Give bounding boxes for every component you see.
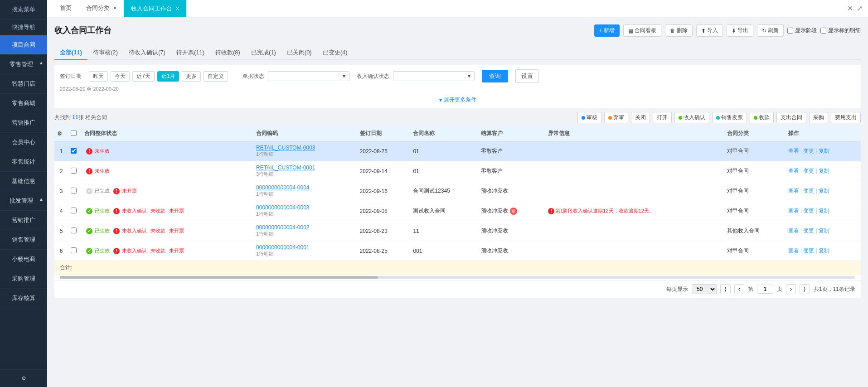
sidebar-item-营销推广[interactable]: 营销推广 bbox=[0, 113, 47, 133]
sidebar-item-批发管理[interactable]: 批发管理▲ bbox=[0, 191, 47, 211]
action-btn-销售发票[interactable]: 销售发票 bbox=[712, 112, 747, 123]
maximize-window-icon[interactable]: ⤢ bbox=[857, 4, 863, 13]
edit-link[interactable]: 变更 bbox=[803, 247, 814, 254]
add-button[interactable]: + 新增 bbox=[594, 24, 620, 37]
edit-link[interactable]: 变更 bbox=[803, 208, 814, 214]
contract-code-link[interactable]: RETAIL_CUSTOM-0001 bbox=[256, 164, 315, 171]
action-btn-收款[interactable]: 收款 bbox=[750, 112, 774, 123]
copy-link[interactable]: 复制 bbox=[819, 247, 829, 254]
contract-code-link[interactable]: 0000000000004-0002 bbox=[256, 224, 309, 231]
per-page-select[interactable]: 50 20 100 bbox=[692, 284, 717, 294]
contract-code-link[interactable]: RETAIL_CUSTOM-0003 bbox=[256, 145, 315, 151]
copy-link[interactable]: 复制 bbox=[819, 148, 829, 154]
sidebar-quick-nav[interactable]: 快捷导航 bbox=[0, 19, 47, 35]
action-btn-采购[interactable]: 采购 bbox=[809, 112, 828, 123]
action-btn-支出合同[interactable]: 支出合同 bbox=[776, 112, 806, 123]
sidebar-item-项目合同[interactable]: 项目合同 bbox=[0, 35, 47, 55]
view-link[interactable]: 查看 bbox=[788, 208, 799, 214]
action-btn-审核[interactable]: 审核 bbox=[577, 112, 601, 123]
tab-首页[interactable]: 首页 bbox=[53, 0, 79, 17]
sidebar-item-库存核算[interactable]: 库存核算 bbox=[0, 289, 47, 308]
sidebar-item-零售商城[interactable]: 零售商城 bbox=[0, 94, 47, 113]
tab-合同分类[interactable]: 合同分类× bbox=[79, 0, 124, 17]
date-filter-btn-今天[interactable]: 今天 bbox=[111, 71, 130, 82]
refresh-button[interactable]: ↻ 刷新 bbox=[757, 24, 784, 37]
sidebar-item-零售管理[interactable]: 零售管理▲ bbox=[0, 55, 47, 74]
edit-link[interactable]: 变更 bbox=[803, 148, 814, 154]
next-page-button[interactable]: › bbox=[786, 284, 796, 294]
col-checkbox[interactable] bbox=[68, 126, 82, 141]
col-settings[interactable]: ⚙ bbox=[54, 126, 68, 141]
row-checkbox[interactable] bbox=[68, 201, 82, 221]
subtab-待收入确认(7)[interactable]: 待收入确认(7) bbox=[123, 46, 171, 60]
date-filter-btn-更多[interactable]: 更多 bbox=[182, 71, 201, 82]
sidebar-item-会员中心[interactable]: 会员中心 bbox=[0, 133, 47, 152]
export-button[interactable]: ⬇ 导出 bbox=[727, 24, 753, 37]
prev-page-button[interactable]: ‹ bbox=[734, 284, 744, 294]
subtab-待审核(2)[interactable]: 待审核(2) bbox=[87, 46, 123, 60]
row-checkbox[interactable] bbox=[68, 241, 82, 261]
subtab-待开票(11)[interactable]: 待开票(11) bbox=[171, 46, 210, 60]
expand-filter-button[interactable]: ▾ 展开更多条件 bbox=[439, 96, 476, 104]
row-checkbox[interactable] bbox=[68, 161, 82, 181]
edit-link[interactable]: 变更 bbox=[803, 168, 814, 174]
sidebar-item-智慧门店[interactable]: 智慧门店 bbox=[0, 74, 47, 94]
sidebar-item-基础信息[interactable]: 基础信息 bbox=[0, 172, 47, 191]
first-page-button[interactable]: ⟨ bbox=[720, 284, 731, 294]
date-filter-btn-近1月[interactable]: 近1月 bbox=[157, 71, 179, 82]
subtab-已关闭(0)[interactable]: 已关闭(0) bbox=[281, 46, 317, 60]
sidebar-item-零售统计[interactable]: 零售统计 bbox=[0, 152, 47, 172]
doc-status-select[interactable]: ▾ bbox=[268, 71, 349, 81]
close-tab-icon[interactable]: × bbox=[113, 5, 116, 11]
copy-link[interactable]: 复制 bbox=[819, 208, 829, 214]
contract-board-button[interactable]: ▦ 合同看板 bbox=[623, 24, 661, 37]
view-link[interactable]: 查看 bbox=[788, 227, 799, 234]
show-labels-checkbox[interactable]: 显示标的明细 bbox=[820, 27, 861, 34]
action-btn-收入确认[interactable]: 收入确认 bbox=[674, 112, 709, 123]
contract-code-link[interactable]: 0000000000004-0001 bbox=[256, 244, 309, 251]
row-checkbox[interactable] bbox=[68, 221, 82, 241]
copy-link[interactable]: 复制 bbox=[819, 188, 829, 194]
sidebar-item-营销推广[interactable]: 营销推广 bbox=[0, 211, 47, 230]
date-filter-btn-昨天[interactable]: 昨天 bbox=[89, 71, 108, 82]
date-filter-btn-近7天[interactable]: 近7天 bbox=[132, 71, 155, 82]
view-link[interactable]: 查看 bbox=[788, 188, 799, 194]
action-btn-打开[interactable]: 打开 bbox=[653, 112, 672, 123]
delete-button[interactable]: 🗑 删除 bbox=[665, 24, 693, 37]
action-btn-费用支出[interactable]: 费用支出 bbox=[831, 112, 861, 123]
subtab-待收款(8)[interactable]: 待收款(8) bbox=[210, 46, 246, 60]
tab-收入合同工作台[interactable]: 收入合同工作台× bbox=[124, 0, 186, 17]
sidebar-item-采购管理[interactable]: 采购管理 bbox=[0, 269, 47, 289]
view-link[interactable]: 查看 bbox=[788, 168, 799, 174]
contract-board-icon: ▦ bbox=[628, 28, 633, 34]
row-checkbox[interactable] bbox=[68, 141, 82, 161]
edit-link[interactable]: 变更 bbox=[803, 227, 814, 234]
action-btn-关闭[interactable]: 关闭 bbox=[631, 112, 650, 123]
edit-link[interactable]: 变更 bbox=[803, 188, 814, 194]
show-stages-checkbox[interactable]: 显示阶段 bbox=[787, 27, 817, 34]
row-checkbox[interactable] bbox=[68, 181, 82, 201]
subtab-已完成(1)[interactable]: 已完成(1) bbox=[246, 46, 281, 60]
contract-code-link[interactable]: 0000000000004-0003 bbox=[256, 204, 309, 211]
date-filter-btn-自定义[interactable]: 自定义 bbox=[204, 71, 228, 82]
setting-button[interactable]: 设置 bbox=[515, 69, 539, 83]
subtab-已变更(4)[interactable]: 已变更(4) bbox=[317, 46, 353, 60]
copy-link[interactable]: 复制 bbox=[819, 227, 829, 234]
close-tab-icon[interactable]: × bbox=[176, 5, 179, 12]
sidebar-item-销售管理[interactable]: 销售管理 bbox=[0, 230, 47, 250]
view-link[interactable]: 查看 bbox=[788, 247, 799, 254]
page-input[interactable] bbox=[757, 285, 773, 294]
sidebar-settings[interactable]: ⚙ bbox=[0, 369, 47, 387]
action-btn-弃审[interactable]: 弃审 bbox=[604, 112, 628, 123]
confirm-status-select[interactable]: ▾ bbox=[393, 71, 475, 81]
import-button[interactable]: ⬆ 导入 bbox=[696, 24, 723, 37]
close-window-icon[interactable]: ✕ bbox=[847, 4, 853, 13]
copy-link[interactable]: 复制 bbox=[819, 168, 829, 174]
sidebar-item-小畅电商[interactable]: 小畅电商 bbox=[0, 250, 47, 269]
contract-code-link[interactable]: 0000000000004-0004 bbox=[256, 184, 309, 191]
sidebar-search[interactable]: 搜索菜单 bbox=[0, 0, 47, 19]
query-button[interactable]: 查询 bbox=[482, 70, 508, 82]
view-link[interactable]: 查看 bbox=[788, 148, 799, 154]
last-page-button[interactable]: ⟩ bbox=[800, 284, 810, 294]
subtab-全部(11)[interactable]: 全部(11) bbox=[54, 46, 87, 60]
